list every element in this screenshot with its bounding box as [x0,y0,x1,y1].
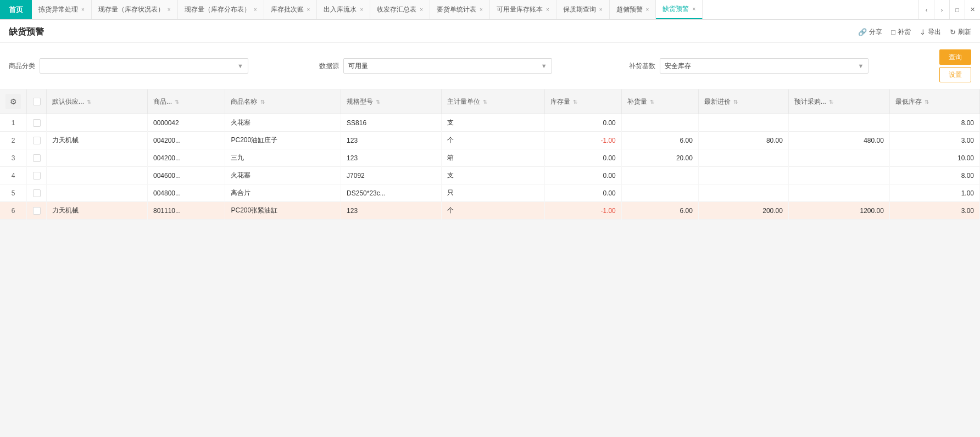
tab-shortage-warning[interactable]: 缺货预警 × [656,0,703,19]
row-checkbox[interactable] [33,137,41,144]
row-checkbox[interactable] [33,189,41,197]
row-number: 4 [0,167,27,184]
row-est-purchase [788,184,889,202]
col-inventory[interactable]: 库存量 ⇅ [544,89,621,114]
replenish-base-select[interactable]: 安全库存 ▼ [660,58,868,74]
row-checkbox[interactable] [33,154,41,162]
col-product-code-label: 商品... [153,98,172,105]
tab-inout-flow-close[interactable]: × [360,7,363,13]
tab-purchase-stat[interactable]: 要货单统计表 × [430,0,490,19]
row-number: 1 [0,114,27,132]
page-title: 缺货预警 [9,26,44,38]
category-select[interactable]: ▼ [40,58,248,74]
sort-icon-default-supplier: ⇅ [87,99,91,105]
col-min-stock[interactable]: 最低库存 ⇅ [889,89,979,114]
tab-scroll-right-button[interactable]: › [934,0,949,20]
row-checkbox-cell[interactable] [27,114,47,132]
page-header: 缺货预警 🔗 分享 □ 补货 ⇓ 导出 ↻ 刷新 [0,20,980,43]
tab-expiry-query-close[interactable]: × [599,7,603,13]
select-all-checkbox[interactable] [33,98,41,105]
tab-inout-flow[interactable]: 出入库流水 × [317,0,370,19]
tab-available-ledger[interactable]: 可用量库存账本 × [490,0,556,19]
row-latest-price [698,114,788,132]
datasource-select[interactable]: 可用量 ▼ [343,58,552,74]
col-spec[interactable]: 规格型号 ⇅ [341,89,442,114]
tab-purchase-stat-close[interactable]: × [480,7,483,13]
tab-abnormal[interactable]: 拣货异常处理 × [32,0,92,19]
row-default-supplier [47,114,148,132]
tab-restore-button[interactable]: □ [949,0,965,20]
row-unit: 只 [441,184,544,202]
row-checkbox-cell[interactable] [27,132,47,149]
share-action[interactable]: 🔗 分享 [858,27,882,37]
row-est-purchase [788,167,889,184]
row-replenish-qty [621,114,698,132]
row-product-code: 004800... [147,184,225,202]
row-inventory: -1.00 [544,202,621,220]
row-inventory: 0.00 [544,184,621,202]
replenish-action[interactable]: □ 补货 [891,27,911,37]
row-est-purchase: 480.00 [788,132,889,149]
col-product-name[interactable]: 商品名称 ⇅ [225,89,341,114]
tab-expiry-query-label: 保质期查询 [563,5,596,14]
export-action[interactable]: ⇓ 导出 [920,27,941,37]
tab-inventory-status-close[interactable]: × [168,7,171,13]
tab-abnormal-close[interactable]: × [81,7,85,13]
row-checkbox[interactable] [33,119,41,127]
col-min-stock-label: 最低库存 [895,98,922,105]
col-default-supplier[interactable]: 默认供应... ⇅ [47,89,148,114]
row-est-purchase: 1200.00 [788,202,889,220]
row-inventory: -1.00 [544,132,621,149]
row-checkbox-cell[interactable] [27,184,47,202]
tab-scroll-left-button[interactable]: ‹ [918,0,934,20]
tab-receive-summary-close[interactable]: × [420,7,423,13]
col-checkbox[interactable] [27,89,47,114]
row-spec: J7092 [341,167,442,184]
tab-available-ledger-label: 可用量库存账本 [497,5,543,14]
col-settings[interactable]: ⚙ [0,89,27,114]
row-checkbox[interactable] [33,207,41,215]
tab-inventory-dist-close[interactable]: × [254,7,257,13]
row-number: 6 [0,202,27,220]
row-spec: 123 [341,149,442,167]
row-product-code: 004200... [147,149,225,167]
col-est-purchase[interactable]: 预计采购... ⇅ [788,89,889,114]
tab-home[interactable]: 首页 [0,0,32,19]
table-container: ⚙ 默认供应... ⇅ 商品... ⇅ 商品名称 ⇅ [0,89,980,220]
tab-receive-summary[interactable]: 收发存汇总表 × [370,0,430,19]
tab-purchase-stat-label: 要货单统计表 [437,5,476,14]
query-button[interactable]: 查询 [939,49,971,65]
tab-available-ledger-close[interactable]: × [546,7,549,13]
sort-icon-unit: ⇅ [483,99,487,105]
tab-close-all-button[interactable]: ✕ [965,0,980,20]
tab-inventory-status[interactable]: 现存量（库存状况表） × [92,0,178,19]
row-checkbox[interactable] [33,172,41,180]
tab-expiry-query[interactable]: 保质期查询 × [556,0,610,19]
replenish-label: 补货 [898,27,911,37]
col-product-code[interactable]: 商品... ⇅ [147,89,225,114]
tab-inventory-dist[interactable]: 现存量（库存分布表） × [178,0,264,19]
col-unit[interactable]: 主计量单位 ⇅ [441,89,544,114]
col-replenish-qty[interactable]: 补货量 ⇅ [621,89,698,114]
tab-batch-account-close[interactable]: × [307,7,310,13]
row-checkbox-cell[interactable] [27,149,47,167]
tab-overstock-warning[interactable]: 超储预警 × [610,0,656,19]
tab-batch-account[interactable]: 库存批次账 × [264,0,318,19]
sort-icon-latest-price: ⇅ [733,99,738,105]
tab-receive-summary-label: 收发存汇总表 [377,5,416,14]
row-latest-price [698,167,788,184]
settings-button[interactable]: 设置 [939,67,971,82]
row-checkbox-cell[interactable] [27,202,47,220]
col-unit-label: 主计量单位 [447,98,480,105]
row-number: 3 [0,149,27,167]
tab-shortage-warning-close[interactable]: × [692,6,695,12]
refresh-action[interactable]: ↻ 刷新 [950,27,971,37]
row-checkbox-cell[interactable] [27,167,47,184]
col-latest-price[interactable]: 最新进价 ⇅ [698,89,788,114]
row-est-purchase [788,114,889,132]
row-product-name: PC200油缸庄子 [225,132,341,149]
tab-overstock-warning-close[interactable]: × [646,7,649,13]
column-settings-icon[interactable]: ⚙ [5,94,21,109]
replenish-icon: □ [891,28,895,36]
sort-icon-replenish-qty: ⇅ [650,99,654,105]
